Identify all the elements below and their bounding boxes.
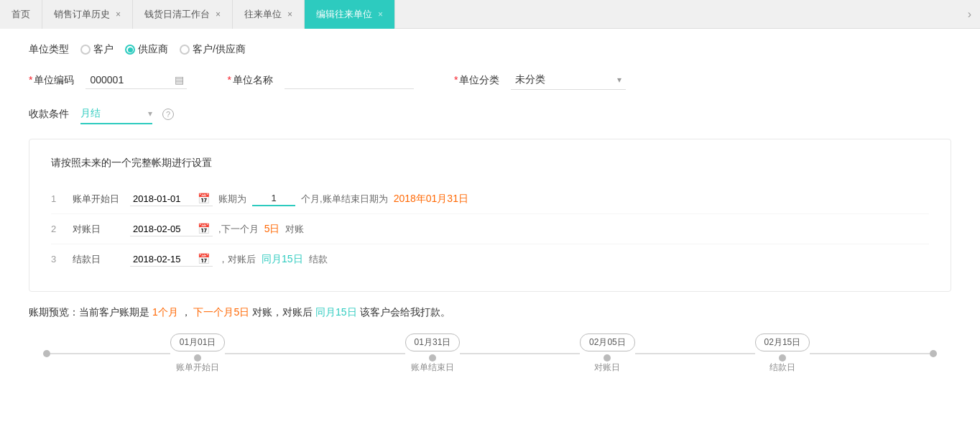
- row-1-date-input[interactable]: [133, 193, 198, 204]
- preview-section: 账期预览：当前客户账期是 1个月 ， 下一个月5日 对账，对账后 同月15日 该…: [29, 306, 951, 319]
- radio-customer-label: 客户: [93, 43, 114, 56]
- row-3-date-input[interactable]: [133, 254, 198, 264]
- row-1-inputs: 📅 账期为 个月,账单结束日期为 2018年01月31日: [130, 191, 929, 206]
- row-2-date-input[interactable]: [133, 224, 198, 234]
- unit-category-arrow: ▾: [617, 75, 621, 85]
- payment-arrow: ▾: [148, 109, 152, 119]
- row-1-period-input[interactable]: [252, 191, 295, 206]
- preview-part3: 同月15日: [315, 306, 357, 318]
- timeline-start-dot: [43, 350, 50, 357]
- unit-code-input[interactable]: [85, 71, 172, 88]
- unit-code-input-wrap: ▤: [85, 71, 187, 89]
- timeline-label-0: 账单开始日: [176, 362, 219, 374]
- tab-sales-history-close[interactable]: ×: [116, 9, 121, 19]
- timeline-dot-3: [779, 354, 786, 362]
- radio-both[interactable]: 客户/供应商: [180, 43, 246, 56]
- radio-supplier[interactable]: 供应商: [125, 43, 168, 56]
- tabs-expand-button[interactable]: ›: [959, 8, 980, 21]
- timeline-line-4: [810, 353, 930, 354]
- tab-partner-close[interactable]: ×: [287, 9, 292, 19]
- unit-type-row: 单位类型 客户 供应商 客户/供应商: [29, 43, 951, 56]
- row-2-label: 对账日: [73, 223, 130, 236]
- row-3-cal-icon[interactable]: 📅: [198, 253, 210, 264]
- row-3-suffix: 结款: [309, 253, 328, 266]
- row-2-num: 2: [51, 224, 73, 234]
- timeline-node-1: 01月31日 账单结束日: [405, 334, 461, 374]
- section-title: 请按照未来的一个完整帐期进行设置: [51, 157, 929, 170]
- tab-cash-work-label: 钱货日清工作台: [144, 8, 210, 21]
- row-3-highlight: 同月15日: [262, 253, 303, 266]
- preview-sep1: ，: [181, 306, 191, 318]
- row-3-date-wrap: 📅: [130, 252, 213, 267]
- row-2-cal-icon[interactable]: 📅: [198, 223, 210, 234]
- timeline-node-2: 02月05日 对账日: [580, 334, 635, 374]
- row-1-period-prefix: 账期为: [218, 193, 246, 206]
- preview-prefix: 账期预览：当前客户账期是: [29, 306, 149, 318]
- payment-help-icon[interactable]: ?: [162, 109, 174, 120]
- row-1-date-wrap: 📅: [130, 191, 213, 206]
- main-content: 单位类型 客户 供应商 客户/供应商 单位编码 ▤ 单位名称 河南供应商22: [0, 29, 980, 437]
- radio-customer-circle: [80, 45, 91, 55]
- row-3-label: 结款日: [73, 253, 130, 266]
- tab-edit-partner[interactable]: 编辑往来单位 ×: [305, 0, 395, 29]
- row-2-highlight: 5日: [264, 223, 280, 236]
- timeline-line-0: [50, 353, 170, 354]
- row-3-prefix: ，对账后: [218, 253, 256, 266]
- timeline-line-3: [635, 353, 755, 354]
- timeline-pill-2: 02月05日: [580, 334, 635, 351]
- timeline-pill-1: 01月31日: [405, 334, 461, 351]
- unit-code-label: 单位编码: [29, 74, 74, 87]
- row-3-inputs: 📅 ，对账后 同月15日 结款: [130, 252, 929, 267]
- timeline-line-2: [460, 353, 580, 354]
- timeline-line-1: [225, 353, 405, 354]
- timeline-dot-1: [429, 354, 436, 362]
- payment-value: 月结: [80, 107, 148, 120]
- timeline-pill-0: 01月01日: [170, 334, 226, 351]
- timeline-node-3: 02月15日 结款日: [755, 334, 810, 374]
- timeline: 01月01日 账单开始日 01月31日 账单结束日 02月05日 对账日 02月…: [29, 334, 951, 374]
- payment-select[interactable]: 月结 ▾: [80, 104, 152, 124]
- unit-category-label: 单位分类: [454, 74, 499, 87]
- preview-part1: 1个月: [152, 306, 178, 318]
- config-row-3: 3 结款日 📅 ，对账后 同月15日 结款: [51, 244, 929, 274]
- unit-info-row: 单位编码 ▤ 单位名称 河南供应商22 单位分类 未分类 ▾: [29, 70, 951, 90]
- tab-partner-label: 往来单位: [244, 8, 282, 21]
- radio-supplier-circle: [125, 45, 135, 55]
- row-1-label: 账单开始日: [73, 193, 130, 206]
- unit-type-label: 单位类型: [29, 43, 69, 56]
- preview-part2: 下一个月5日: [193, 306, 249, 318]
- timeline-dot-2: [604, 354, 611, 362]
- tab-home[interactable]: 首页: [0, 0, 42, 29]
- timeline-label-1: 账单结束日: [411, 362, 454, 374]
- tab-sales-history[interactable]: 销售订单历史 ×: [42, 0, 133, 29]
- row-2-date-wrap: 📅: [130, 221, 213, 236]
- row-2-inputs: 📅 ,下一个月 5日 对账: [130, 221, 929, 236]
- unit-code-icon[interactable]: ▤: [172, 74, 187, 86]
- row-3-num: 3: [51, 254, 73, 264]
- tab-cash-work[interactable]: 钱货日清工作台 ×: [133, 0, 233, 29]
- tab-partner[interactable]: 往来单位 ×: [233, 0, 305, 29]
- config-row-1: 1 账单开始日 📅 账期为 个月,账单结束日期为 2018年01月31日: [51, 184, 929, 214]
- unit-category-select[interactable]: 未分类 ▾: [511, 70, 626, 90]
- preview-end: 该客户会给我打款。: [360, 306, 450, 318]
- row-2-suffix: 对账: [285, 223, 304, 236]
- payment-row: 收款条件 月结 ▾ ?: [29, 104, 951, 124]
- tabs-bar: 首页 销售订单历史 × 钱货日清工作台 × 往来单位 × 编辑往来单位 × ›: [0, 0, 980, 29]
- unit-name-input[interactable]: 河南供应商22: [285, 71, 414, 89]
- radio-supplier-label: 供应商: [138, 43, 168, 56]
- radio-customer[interactable]: 客户: [80, 43, 114, 56]
- config-table: 1 账单开始日 📅 账期为 个月,账单结束日期为 2018年01月31日 2 对…: [51, 184, 929, 274]
- timeline-pill-3: 02月15日: [755, 334, 810, 351]
- preview-mid: 对账，对账后: [252, 306, 313, 318]
- timeline-label-3: 结款日: [769, 362, 795, 374]
- tab-edit-partner-label: 编辑往来单位: [316, 8, 372, 21]
- row-1-end-date: 2018年01月31日: [394, 193, 468, 206]
- row-1-period-suffix: 个月,账单结束日期为: [301, 193, 388, 206]
- row-1-num: 1: [51, 193, 73, 204]
- tab-cash-work-close[interactable]: ×: [216, 9, 221, 19]
- radio-both-label: 客户/供应商: [193, 43, 246, 56]
- payment-label: 收款条件: [29, 108, 69, 121]
- tab-home-label: 首页: [11, 8, 30, 21]
- row-1-cal-icon[interactable]: 📅: [198, 193, 210, 204]
- tab-edit-partner-close[interactable]: ×: [378, 9, 383, 19]
